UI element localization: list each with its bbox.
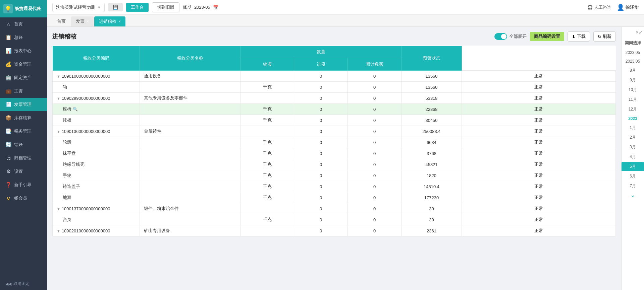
- cell-purchase: 0: [348, 93, 401, 104]
- period-item-12[interactable]: 12月: [622, 105, 644, 114]
- sidebar-item-salary[interactable]: 💼 工资: [0, 84, 47, 98]
- table-row[interactable]: 托板 千克 0 0 30450 正常: [53, 115, 616, 126]
- company-selector[interactable]: 沈海英测试经营勿删 ▼: [52, 3, 105, 12]
- table-row[interactable]: ▼10902010000000000000 矿山专用设备 0 0 2361 正常: [53, 225, 616, 236]
- table-row[interactable]: ▼10901000000000000000 通用设备 0 0 13560 正常: [53, 71, 616, 82]
- cell-unit: 千克: [240, 82, 294, 93]
- table-row[interactable]: ▼10902990000000000000 其他专用设备及零部件 0 0 533…: [53, 93, 616, 104]
- refresh-button[interactable]: ↻ 刷新: [593, 31, 616, 42]
- table-row[interactable]: 地漏 千克 0 0 177230 正常: [53, 192, 616, 203]
- cell-status: 正常: [462, 137, 616, 148]
- expand-toggle-wrap: 全部展开: [494, 33, 527, 40]
- table-row[interactable]: 轮毂 千克 0 0 6634 正常: [53, 137, 616, 148]
- workspace-button[interactable]: 工作台: [126, 3, 149, 12]
- product-code-button[interactable]: 商品编码设置: [530, 32, 564, 41]
- sidebar-item-settlement[interactable]: 🔄 结账: [0, 138, 47, 151]
- tab-home[interactable]: 首页: [52, 16, 70, 26]
- table-row[interactable]: 合页 千克 0 0 30 正常: [53, 214, 616, 225]
- period-item-6[interactable]: 6月: [622, 172, 644, 181]
- sidebar-item-finance[interactable]: 💰 资金管理: [0, 58, 47, 71]
- period-item-10[interactable]: 10月: [622, 85, 644, 94]
- cell-status: 正常: [462, 126, 616, 137]
- panel-expand-button[interactable]: ⤢: [639, 29, 643, 35]
- tab-invoice-close-icon[interactable]: ×: [87, 19, 89, 24]
- sidebar-item-home[interactable]: ⌂ 首页: [0, 17, 47, 31]
- tab-invoice[interactable]: 发票 ×: [71, 16, 94, 26]
- tab-check[interactable]: 进销稽核 ×: [94, 16, 125, 26]
- cell-total: 177230: [401, 192, 462, 203]
- table-row[interactable]: ▼10901370000000000000 锻件、粉末冶金件 0 0 30 正常: [53, 203, 616, 214]
- period-item-4[interactable]: 4月: [622, 152, 644, 161]
- download-label: 下载: [577, 33, 586, 40]
- sidebar-item-inventory[interactable]: 📦 库存核算: [0, 111, 47, 125]
- refresh-icon: ↻: [598, 34, 601, 39]
- table-row[interactable]: 铸造盖子 千克 0 0 14810.4 正常: [53, 181, 616, 192]
- user-info: 👤 徐泽华: [617, 4, 639, 11]
- tax-icon: 📑: [5, 128, 11, 134]
- period-item-2023-05-2[interactable]: 2023.05: [622, 57, 644, 65]
- service-button[interactable]: 🎧 人工咨询: [587, 4, 611, 10]
- cell-unit: [240, 225, 294, 236]
- cell-purchase: 0: [348, 159, 401, 170]
- period-item-11[interactable]: 11月: [622, 95, 644, 104]
- refresh-label: 刷新: [603, 33, 611, 40]
- sidebar-item-label: 首页: [14, 21, 23, 27]
- cell-name: [140, 170, 240, 181]
- month-scroll-down[interactable]: ⌄: [630, 191, 636, 199]
- sidebar-item-vip[interactable]: V 畅会员: [0, 192, 47, 205]
- table-row[interactable]: ▼10901360000000000000 金属铸件 0 0 250083.4 …: [53, 126, 616, 137]
- tab-home-label: 首页: [57, 18, 66, 24]
- sidebar-item-archive[interactable]: 🗂 归档管理: [0, 151, 47, 165]
- calendar-icon[interactable]: 📅: [213, 5, 218, 10]
- period-item-9[interactable]: 9月: [622, 76, 644, 85]
- page-header: 进销稽核 全部展开 商品编码设置 ⬇ 下载 ↻ 刷新: [52, 31, 616, 42]
- cell-sale: 0: [294, 71, 348, 82]
- sidebar-item-label: 固定资产: [14, 75, 32, 81]
- sidebar-item-invoice[interactable]: 🧾 发票管理: [0, 98, 47, 111]
- search-icon[interactable]: 🔍: [73, 107, 78, 112]
- period-item-8[interactable]: 8月: [622, 66, 644, 75]
- cell-name: [140, 104, 240, 115]
- panel-close-button[interactable]: ×: [636, 29, 639, 38]
- table-row[interactable]: 抹平盘 千克 0 0 3768 正常: [53, 148, 616, 159]
- download-button[interactable]: ⬇ 下载: [568, 31, 590, 42]
- cell-name: [140, 148, 240, 159]
- save-button[interactable]: 💾: [108, 3, 123, 11]
- sidebar-item-label: 资金管理: [14, 61, 32, 67]
- unpin-button[interactable]: ◀◀ 取消固定: [0, 278, 47, 290]
- period-item-3[interactable]: 3月: [622, 143, 644, 152]
- cell-total: 13560: [401, 71, 462, 82]
- expand-toggle[interactable]: [494, 33, 507, 40]
- period-item-1[interactable]: 1月: [622, 123, 644, 132]
- table-row[interactable]: 绝缘导线壳 千克 0 0 45821 正常: [53, 159, 616, 170]
- table-row[interactable]: 手轮 千克 0 0 1820 正常: [53, 170, 616, 181]
- table-row[interactable]: 座椅 🔍 千克 0 0 22868 正常: [53, 104, 616, 115]
- sidebar-item-ledger[interactable]: 📋 总账: [0, 31, 47, 44]
- period-item-2023-05-1[interactable]: 2023.05: [622, 49, 644, 57]
- table-row[interactable]: 轴 千克 0 0 13560 正常: [53, 82, 616, 93]
- cell-sale: 0: [294, 82, 348, 93]
- cell-code: 手轮: [53, 170, 140, 181]
- ledger-icon: 📋: [5, 34, 11, 41]
- cell-sale: 0: [294, 181, 348, 192]
- cell-purchase: 0: [348, 82, 401, 93]
- tab-check-close-icon[interactable]: ×: [118, 19, 121, 24]
- cell-code: ▼10901370000000000000: [53, 203, 140, 214]
- cell-purchase: 0: [348, 181, 401, 192]
- period-value: 2023-05: [194, 5, 210, 10]
- th-quantity-group: 数量: [240, 46, 401, 58]
- cell-sale: 0: [294, 115, 348, 126]
- cell-unit: 千克: [240, 214, 294, 225]
- cell-code: 座椅 🔍: [53, 104, 140, 115]
- period-item-7[interactable]: 7月: [622, 182, 644, 191]
- sidebar-item-guide[interactable]: ❓ 新手引导: [0, 178, 47, 192]
- sidebar-item-label: 总账: [14, 34, 23, 41]
- period-item-5[interactable]: 5月: [622, 162, 644, 171]
- sidebar-item-tax[interactable]: 📑 税务管理: [0, 125, 47, 138]
- period-item-2[interactable]: 2月: [622, 133, 644, 142]
- sidebar-item-assets[interactable]: 🏢 固定资产: [0, 71, 47, 84]
- cell-name: 金属铸件: [140, 126, 240, 137]
- sidebar-item-settings[interactable]: ⚙ 设置: [0, 165, 47, 178]
- oldver-button[interactable]: 切到旧版: [152, 2, 179, 12]
- sidebar-item-reports[interactable]: 📊 报表中心: [0, 44, 47, 58]
